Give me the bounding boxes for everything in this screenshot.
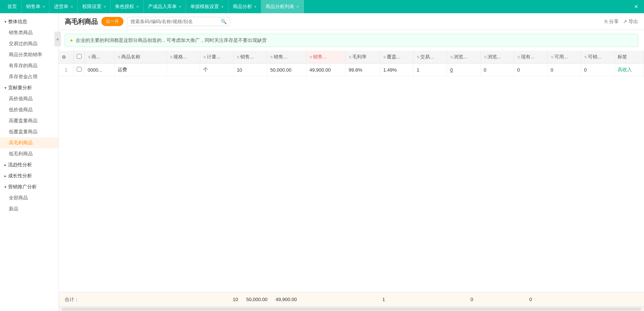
col-stock-saleable[interactable]: ⇅ 可销... [581,51,614,64]
sidebar-group-contribution[interactable]: ▾ 贡献量分析 [0,82,58,93]
col-sales-amt-sort-icon: ⇅ [270,55,273,59]
select-all-checkbox[interactable] [77,54,82,59]
col-settings[interactable]: ⚙ [59,51,73,64]
tab-sales[interactable]: 销售单 × [22,0,50,13]
sidebar-item-low-margin[interactable]: 低毛利商品 [0,148,58,159]
col-browse2[interactable]: ⇅ 浏览... [481,51,514,64]
col-checkbox [73,51,84,64]
col-unit[interactable]: ⇅ 计量... [200,51,234,64]
sidebar-item-traded-goods[interactable]: 交易过的商品 [0,38,58,49]
tab-product-analysis-list-label: 商品分析列表 [266,3,294,10]
page-title: 高毛利商品 [65,17,98,26]
sidebar-item-stock-capital[interactable]: 库存资金占用 [0,71,58,82]
export-label: 导出 [629,18,638,25]
export-button[interactable]: ↗ 导出 [623,18,638,25]
sidebar-item-low-coverage[interactable]: 低覆盖量商品 [0,126,58,137]
tab-permission[interactable]: 权限设置 × [78,0,111,13]
col-browse1[interactable]: ⇅ 浏览... [447,51,481,64]
col-sales-cost[interactable]: ⇅ 销售... [306,51,346,64]
collapse-icon: « [56,36,59,42]
sidebar-item-high-margin[interactable]: 高毛利商品 [0,137,58,148]
sidebar-group-overall-label: 整体信息 [8,18,27,25]
col-code[interactable]: ⇅ 商... [84,51,114,64]
col-stock-current[interactable]: ⇅ 现有... [514,51,547,64]
col-tag[interactable]: 标签 [614,51,644,64]
col-sales-qty[interactable]: ⇅ 销售... [234,51,267,64]
sidebar-group-marketing[interactable]: ▾ 营销推广分析 [0,181,58,192]
share-button[interactable]: ⎘ 分享 [605,18,619,25]
col-spec[interactable]: ⇅ 规格... [167,51,200,64]
tab-role-close[interactable]: × [136,4,138,9]
tab-purchase-close[interactable]: × [71,4,73,9]
col-name[interactable]: ⇅ 商品名称 [114,51,167,64]
footer-spacer3 [329,297,359,302]
sidebar-group-growth-label: 成长性分析 [8,173,32,179]
tab-template-settings-label: 单据模板设置 [190,3,219,10]
sidebar-item-category-assist[interactable]: 商品分类助销率 [0,49,58,60]
table-body: 1 0000... 运费 [59,64,644,76]
col-stock-saleable-sort-icon: ⇅ [584,55,587,59]
sidebar-item-all-goods[interactable]: 全部商品 [0,192,58,203]
row-spec-cell [167,64,200,76]
col-transaction[interactable]: ⇅ 交易... [414,51,447,64]
tab-product-instock-close[interactable]: × [179,4,181,9]
tab-sales-close[interactable]: × [43,4,45,9]
tab-role-label: 角色授权 [115,3,134,10]
tab-product-analysis-list[interactable]: 商品分析列表 × [261,0,303,13]
table-header-row: ⚙ ⇅ 商... [59,51,644,64]
col-sales-amt[interactable]: ⇅ 销售... [267,51,306,64]
sidebar-item-instock-goods[interactable]: 有库存的商品 [0,60,58,71]
sidebar-item-low-value[interactable]: 低价值商品 [0,104,58,115]
tab-role[interactable]: 角色授权 × [111,0,143,13]
footer-spacer6 [476,297,506,302]
sidebar-group-overall[interactable]: ▾ 整体信息 [0,16,58,27]
tab-template-settings[interactable]: 单据模板设置 × [186,0,228,13]
table-row: 1 0000... 运费 [59,64,644,76]
sidebar-group-contribution-label: 贡献量分析 [8,84,32,91]
col-gross-margin[interactable]: ⇅ 毛利率 [346,51,380,64]
sidebar-item-high-value[interactable]: 高价值商品 [0,93,58,104]
tab-home-label: 首页 [7,3,17,10]
col-coverage[interactable]: ⇅ 覆盖... [380,51,414,64]
row-stock-available-cell: 0 [547,64,581,76]
row-gross-margin-cell: 99.8% [346,64,380,76]
header-actions: ⎘ 分享 ↗ 导出 [605,18,638,25]
footer-label: 合计： [65,296,116,303]
footer-sales-amt: 50,000.00 [241,297,270,302]
col-spec-sort-icon: ⇅ [170,55,173,59]
row-coverage-cell: 1.49% [380,64,414,76]
tab-product-analysis-list-close[interactable]: × [296,4,299,9]
sidebar-group-growth[interactable]: ▸ 成长性分析 [0,170,58,181]
sidebar-item-high-coverage[interactable]: 高覆盖量商品 [0,115,58,126]
col-code-sort-icon: ⇅ [88,55,91,59]
content-header: 高毛利商品 近一月 🔍 ⎘ 分享 ↗ 导出 [59,13,644,30]
col-stock-available[interactable]: ⇅ 可用... [547,51,581,64]
window-close-button[interactable]: × [631,3,641,11]
sidebar-collapse-button[interactable]: « [54,32,61,46]
search-box: 🔍 [127,17,230,26]
row-stock-current-cell: 0 [514,64,547,76]
export-icon: ↗ [623,19,627,24]
scrollbar-track[interactable] [62,308,641,311]
filter-recent-month-button[interactable]: 近一月 [101,17,123,26]
search-icon[interactable]: 🔍 [221,19,227,24]
tab-permission-label: 权限设置 [82,3,101,10]
tab-product-analysis[interactable]: 商品分析 × [229,0,261,13]
col-browse2-sort-icon: ⇅ [484,55,487,59]
sidebar-item-sales-goods[interactable]: 销售类商品 [0,27,58,38]
tab-home[interactable]: 首页 [3,0,22,13]
settings-icon[interactable]: ⚙ [62,54,66,60]
sidebar-item-new-goods[interactable]: 新品 [0,203,58,214]
tab-purchase[interactable]: 进货单 × [50,0,78,13]
footer-stock-current: 0 [447,297,476,302]
tab-permission-close[interactable]: × [104,4,106,9]
tab-product-instock[interactable]: 产成品入库单 × [144,0,186,13]
search-input[interactable] [130,19,221,24]
sidebar-group-flow[interactable]: ▸ 流趋性分析 [0,159,58,170]
row-checkbox[interactable] [77,67,82,72]
footer-sales-cost: 49,900.00 [270,297,300,302]
tab-template-settings-close[interactable]: × [221,4,223,9]
horizontal-scrollbar[interactable] [59,307,644,311]
share-icon: ⎘ [605,19,608,24]
tab-product-analysis-close[interactable]: × [254,4,256,9]
